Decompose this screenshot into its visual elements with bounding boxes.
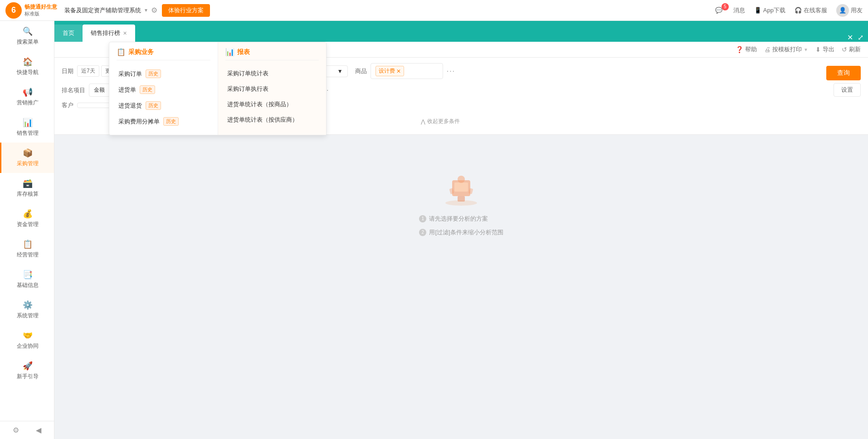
print-icon: 🖨 <box>764 46 770 53</box>
main-layout: 🔍 搜索菜单 🏠 快捷导航 📢 营销推广 📊 销售管理 📦 采购管理 🗃️ 库存… <box>0 21 868 439</box>
sidebar-bottom: ⚙ ◀ <box>0 421 54 439</box>
sidebar-item-purchase[interactable]: 📦 采购管理 <box>0 143 54 173</box>
sales-icon: 📊 <box>23 118 33 128</box>
product-more-icon[interactable]: ··· <box>447 67 455 75</box>
collapse-up-icon: ⋀ <box>421 118 425 125</box>
export-button[interactable]: ⬇ 导出 <box>815 45 834 54</box>
query-button[interactable]: 查询 <box>826 66 861 80</box>
chevron-down-icon: ▼ <box>337 68 343 74</box>
time-btn-7days[interactable]: 近7天 <box>77 65 99 77</box>
svg-rect-4 <box>458 196 465 202</box>
trial-button[interactable]: 体验行业方案 <box>162 4 210 17</box>
help-button[interactable]: ❓ 帮助 <box>736 45 757 54</box>
print-button[interactable]: 🖨 按模板打印 ▼ <box>764 45 808 54</box>
guide-icon: 🚀 <box>23 361 33 371</box>
sidebar-item-system[interactable]: ⚙️ 系统管理 <box>0 295 54 325</box>
dropdown-item-order-stats[interactable]: 采购订单统计表 <box>225 66 319 81</box>
enterprise-icon: 🤝 <box>23 330 33 340</box>
action-column: 查询 设置 <box>826 63 861 97</box>
finance-icon: 💰 <box>23 209 33 219</box>
header-left: 6 畅捷通好生意 标准版 装备及固定资产辅助管理系统 ▼ ⚙ 体验行业方案 <box>5 2 210 19</box>
product-tag: 设计费 ✕ <box>375 66 404 76</box>
refresh-icon: ↺ <box>842 46 847 53</box>
tab-expand-icon[interactable]: ⤢ <box>858 33 863 42</box>
product-input[interactable]: 设计费 ✕ <box>371 63 443 79</box>
settings-icon[interactable]: ⚙ <box>151 6 157 15</box>
dropdown-item-inbound-by-supplier[interactable]: 进货单统计表（按供应商） <box>225 112 319 128</box>
purchase-icon: 📦 <box>23 148 33 158</box>
dropdown-item-return[interactable]: 进货退货 历史 <box>117 98 210 113</box>
sidebar-item-guide[interactable]: 🚀 新手引导 <box>0 355 54 386</box>
svg-point-3 <box>458 176 465 183</box>
marketing-icon: 📢 <box>23 87 33 97</box>
tab-right-actions: ✕ ⤢ <box>847 33 868 42</box>
sidebar-item-operations[interactable]: 📋 经营管理 <box>0 234 54 264</box>
home-icon: 🏠 <box>23 57 33 67</box>
sidebar-item-finance[interactable]: 💰 资金管理 <box>0 203 54 234</box>
print-dropdown-icon[interactable]: ▼ <box>804 47 808 52</box>
sidebar-settings-button[interactable]: ⚙ <box>13 426 19 434</box>
report-section-title: 📊 报表 <box>225 48 319 60</box>
tab-close-icon[interactable]: ✕ <box>123 30 127 36</box>
content-area: 首页 销售排行榜 ✕ ✕ ⤢ ❓ 帮助 🖨 按模板打印 <box>54 21 868 439</box>
search-icon: 🔍 <box>23 26 33 36</box>
system-dropdown-button[interactable]: ▼ <box>144 8 148 13</box>
sidebar-item-inventory[interactable]: 🗃️ 库存核算 <box>0 173 54 203</box>
logo-text: 畅捷通好生意 标准版 <box>24 4 57 17</box>
svg-rect-2 <box>454 183 468 192</box>
empty-state: 1 请先选择要分析的方案 2 用[过滤]条件来缩小分析范围 <box>54 135 868 275</box>
dropdown-item-purchase-order[interactable]: 采购订单 历史 <box>117 66 210 82</box>
product-filter: 商品 设计费 ✕ ··· <box>355 63 455 79</box>
top-header: 6 畅捷通好生意 标准版 装备及固定资产辅助管理系统 ▼ ⚙ 体验行业方案 💬 … <box>0 0 868 21</box>
purchase-section-icon: 📋 <box>117 48 126 56</box>
sidebar-item-basic-info[interactable]: 📑 基础信息 <box>0 264 54 295</box>
system-title: 装备及固定资产辅助管理系统 ▼ ⚙ <box>64 6 157 15</box>
tab-sales-ranking[interactable]: 销售排行榜 ✕ <box>83 25 135 42</box>
help-icon: ❓ <box>736 46 743 53</box>
logo-area: 6 畅捷通好生意 标准版 <box>5 2 60 19</box>
system-icon: ⚙️ <box>23 300 33 310</box>
headset-icon: 🎧 <box>795 7 802 14</box>
purchase-dropdown-menu: 📋 采购业务 采购订单 历史 进货单 历史 进货退货 历史 采购费用分摊单 <box>109 42 327 135</box>
online-service-button[interactable]: 🎧 在线客服 <box>795 6 827 15</box>
report-section-icon: 📊 <box>225 48 234 56</box>
sidebar-item-quick-nav[interactable]: 🏠 快捷导航 <box>0 51 54 82</box>
purchase-section-title: 📋 采购业务 <box>117 48 210 60</box>
avatar: 👤 <box>836 4 849 17</box>
tab-bar: 首页 销售排行榜 ✕ ✕ ⤢ <box>54 21 868 42</box>
phone-icon: 📱 <box>754 7 761 14</box>
empty-text: 1 请先选择要分析的方案 2 用[过滤]条件来缩小分析范围 <box>419 213 503 238</box>
refresh-button[interactable]: ↺ 刷新 <box>842 45 861 54</box>
user-menu-button[interactable]: 👤 用友 <box>836 4 863 17</box>
dropdown-item-inbound-by-product[interactable]: 进货单统计表（按商品） <box>225 97 319 112</box>
sidebar-item-sales[interactable]: 📊 销售管理 <box>0 112 54 143</box>
dropdown-item-inbound[interactable]: 进货单 历史 <box>117 82 210 98</box>
report-section: 📊 报表 采购订单统计表 采购订单执行表 进货单统计表（按商品） 进货单统计表（… <box>218 42 327 135</box>
app-download-button[interactable]: 📱 App下载 <box>754 6 785 15</box>
settings-button[interactable]: 设置 <box>834 83 861 97</box>
tab-home[interactable]: 首页 <box>54 25 83 42</box>
sidebar-collapse-button[interactable]: ◀ <box>36 426 41 434</box>
inventory-icon: 🗃️ <box>23 178 33 188</box>
sidebar-item-marketing[interactable]: 📢 营销推广 <box>0 82 54 112</box>
operations-icon: 📋 <box>23 239 33 249</box>
logo-icon: 6 <box>5 2 22 19</box>
tag-close-icon[interactable]: ✕ <box>396 68 401 74</box>
empty-illustration <box>439 171 484 207</box>
sidebar-item-enterprise[interactable]: 🤝 企业协同 <box>0 325 54 355</box>
dropdown-item-order-exec[interactable]: 采购订单执行表 <box>225 81 319 97</box>
basic-info-icon: 📑 <box>23 270 33 280</box>
message-button[interactable]: 💬 5 消息 <box>715 6 745 15</box>
purchase-section: 📋 采购业务 采购订单 历史 进货单 历史 进货退货 历史 采购费用分摊单 <box>109 42 218 135</box>
sidebar: 🔍 搜索菜单 🏠 快捷导航 📢 营销推广 📊 销售管理 📦 采购管理 🗃️ 库存… <box>0 21 54 439</box>
sidebar-item-search[interactable]: 🔍 搜索菜单 <box>0 21 54 51</box>
dropdown-item-expense[interactable]: 采购费用分摊单 历史 <box>117 113 210 129</box>
header-right: 💬 5 消息 📱 App下载 🎧 在线客服 👤 用友 <box>715 4 863 17</box>
export-icon: ⬇ <box>815 46 821 53</box>
tab-close-all-icon[interactable]: ✕ <box>847 33 853 42</box>
